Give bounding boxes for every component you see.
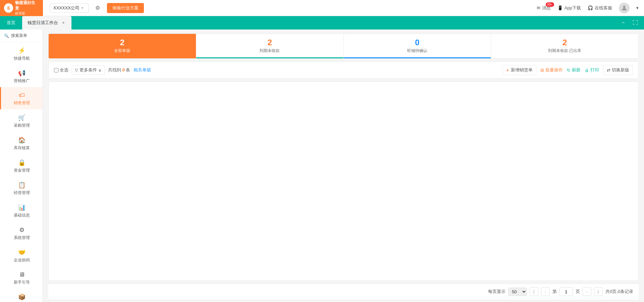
found-text: 共找到 0 条 bbox=[108, 67, 130, 73]
select-all-label: 全选 bbox=[60, 67, 68, 73]
sidebar-item-cooperation[interactable]: 🤝 企业协同 bbox=[0, 244, 43, 266]
sidebar-item-label: 营销推广 bbox=[14, 78, 30, 84]
stats-tab-pending[interactable]: 0 旺铺待确认 bbox=[344, 34, 491, 58]
quick-nav-icon: ⚡ bbox=[18, 47, 25, 54]
next-page-button[interactable]: › bbox=[583, 287, 591, 296]
sidebar: 🔍 搜索菜单 ⚡ 快捷导航 📢 营销推广 🏷 销售管理 🛒 采购管理 🏠 库存核… bbox=[0, 29, 43, 302]
sidebar-item-operation[interactable]: 📋 经营管理 bbox=[0, 177, 43, 199]
sidebar-item-system[interactable]: ⚙ 系统管理 bbox=[0, 222, 43, 244]
switch-new-version-button[interactable]: ⇄ 切换新版 bbox=[603, 65, 633, 75]
page-label: 第 bbox=[552, 289, 557, 295]
username-area[interactable]: ▾ bbox=[636, 5, 639, 10]
chevron-down-icon: ∨ bbox=[98, 68, 102, 73]
pagination-bar: 每页显示 50 100 ⟪ ‹ 第 页 › ⟫ 共0页,0条记录 bbox=[48, 284, 639, 299]
sidebar-item-purchase[interactable]: 🛒 采购管理 bbox=[0, 109, 43, 132]
tab-cashflow[interactable]: 钱货日清工作台 × bbox=[22, 16, 71, 29]
page-number-input[interactable] bbox=[559, 287, 573, 296]
sidebar-item-label: 采购管理 bbox=[14, 123, 30, 128]
last-page-button[interactable]: ⟫ bbox=[594, 287, 603, 296]
experience-button[interactable]: 体验行业方案 bbox=[107, 3, 144, 13]
stats-label-all: 全部单据 bbox=[114, 48, 130, 54]
related-link[interactable]: 相关单据 bbox=[133, 67, 151, 73]
finance-icon: 🔒 bbox=[18, 159, 25, 166]
marketing-icon: 📢 bbox=[18, 69, 25, 77]
per-page-label: 每页显示 bbox=[488, 289, 505, 295]
per-page-select[interactable]: 50 100 bbox=[508, 288, 527, 296]
refresh-button[interactable]: ↻ 刷新 bbox=[567, 67, 581, 73]
system-icon: ⚙ bbox=[19, 226, 24, 234]
stats-label-pending: 旺铺待确认 bbox=[407, 48, 427, 54]
sidebar-item-label: 系统管理 bbox=[14, 235, 30, 241]
stats-num-all: 2 bbox=[120, 39, 124, 47]
base-info-icon: 📊 bbox=[18, 204, 25, 211]
sidebar-item-guide[interactable]: 🖥 新手引导 bbox=[0, 266, 43, 289]
online-service-button[interactable]: 🎧 在线客服 bbox=[588, 5, 612, 11]
select-all-input[interactable] bbox=[54, 68, 58, 72]
logo-area[interactable]: 6 畅捷通好生意 标准版 bbox=[0, 0, 43, 16]
batch-icon: ⊞ bbox=[540, 68, 544, 73]
sidebar-item-label: 库存核算 bbox=[14, 145, 30, 151]
stats-num-overdue-shipped: 2 bbox=[562, 39, 567, 47]
avatar[interactable] bbox=[619, 3, 630, 13]
header-right: ✉ 消息 99+ 📱 App下载 🎧 在线客服 ▾ bbox=[537, 3, 639, 13]
filter-button[interactable]: ▽ 更多条件 ∨ bbox=[72, 65, 105, 75]
total-info: 共0页,0条记录 bbox=[605, 289, 633, 295]
expand-icon: ⛶ bbox=[633, 20, 638, 26]
sidebar-item-label: 销售管理 bbox=[14, 100, 30, 106]
minus-icon: − bbox=[622, 20, 625, 26]
settings-button[interactable]: ⚙ bbox=[92, 3, 103, 13]
logo-icon: 6 bbox=[4, 3, 13, 13]
toolbar-right: + 新增销货单 ⊞ 批量操作 ↻ 刷新 🖨 打印 ⇄ 切换新版 bbox=[502, 65, 633, 75]
stats-label-overdue: 到期未收款 bbox=[260, 48, 280, 54]
print-button[interactable]: 🖨 打印 bbox=[585, 67, 599, 73]
filter-icon: ▽ bbox=[75, 68, 78, 73]
tab-close-icon[interactable]: × bbox=[61, 20, 66, 25]
batch-operation-button[interactable]: ⊞ 批量操作 bbox=[540, 67, 563, 73]
batch-btn-label: 批量操作 bbox=[545, 67, 563, 73]
sidebar-item-finance[interactable]: 🔒 资金管理 bbox=[0, 154, 43, 177]
sidebar-item-quick-nav[interactable]: ⚡ 快捷导航 bbox=[0, 42, 43, 65]
message-button[interactable]: ✉ 消息 99+ bbox=[537, 5, 551, 11]
tab-expand-button[interactable]: ⛶ bbox=[631, 18, 640, 27]
sidebar-item-label: 经营管理 bbox=[14, 190, 30, 196]
app-download-button[interactable]: 📱 App下载 bbox=[557, 5, 581, 11]
page-suffix: 页 bbox=[576, 289, 580, 295]
company-selector[interactable]: XXXXXX公司 ▾ bbox=[50, 3, 89, 13]
prev-page-button[interactable]: ‹ bbox=[541, 287, 550, 296]
toolbar-left: 全选 ▽ 更多条件 ∨ 共找到 0 条 相关单据 bbox=[54, 65, 151, 75]
gear-icon: ⚙ bbox=[95, 5, 100, 11]
refresh-label: 刷新 bbox=[572, 67, 581, 73]
content-area: 2 全部单据 2 到期未收款 0 旺铺待确认 2 到期未收款 已出库 bbox=[43, 29, 644, 302]
tab-home[interactable]: 首页 bbox=[0, 16, 22, 29]
stats-tab-all[interactable]: 2 全部单据 bbox=[49, 34, 196, 58]
stats-num-pending: 0 bbox=[415, 39, 419, 47]
switch-icon: ⇄ bbox=[607, 68, 610, 73]
chevron-down-icon: ▾ bbox=[82, 6, 83, 10]
sidebar-item-marketing[interactable]: 📢 营销推广 bbox=[0, 65, 43, 87]
stats-tab-overdue[interactable]: 2 到期未收款 bbox=[196, 34, 344, 58]
refresh-icon: ↻ bbox=[567, 68, 571, 73]
stats-tab-overdue-shipped[interactable]: 2 到期未收款 已出库 bbox=[491, 34, 638, 58]
sidebar-item-app-center[interactable]: 📦 应用中心 bbox=[0, 289, 43, 302]
tab-home-label: 首页 bbox=[7, 20, 15, 26]
sidebar-item-sales[interactable]: 🏷 销售管理 bbox=[0, 87, 43, 109]
first-page-button[interactable]: ⟪ bbox=[530, 287, 538, 296]
tab-cashflow-label: 钱货日清工作台 bbox=[28, 20, 58, 26]
sidebar-item-base-info[interactable]: 📊 基础信息 bbox=[0, 199, 43, 222]
sidebar-search[interactable]: 🔍 搜索菜单 bbox=[0, 29, 43, 42]
sales-icon: 🏷 bbox=[19, 92, 25, 99]
sidebar-item-label: 企业协同 bbox=[14, 257, 30, 263]
sidebar-item-label: 基础信息 bbox=[14, 213, 30, 218]
stats-tabs: 2 全部单据 2 到期未收款 0 旺铺待确认 2 到期未收款 已出库 bbox=[48, 34, 639, 59]
logo-text: 畅捷通好生意 标准版 bbox=[15, 0, 39, 15]
add-sales-order-button[interactable]: + 新增销货单 bbox=[502, 65, 536, 75]
print-icon: 🖨 bbox=[585, 68, 589, 73]
plus-icon: + bbox=[506, 68, 509, 73]
tab-minimize-button[interactable]: − bbox=[619, 18, 628, 27]
sidebar-item-label: 资金管理 bbox=[14, 168, 30, 173]
inventory-icon: 🏠 bbox=[18, 136, 25, 144]
svg-point-0 bbox=[623, 6, 626, 8]
toolbar: 全选 ▽ 更多条件 ∨ 共找到 0 条 相关单据 + 新增销货单 bbox=[48, 61, 639, 79]
sidebar-item-inventory[interactable]: 🏠 库存核算 bbox=[0, 132, 43, 154]
select-all-checkbox[interactable]: 全选 bbox=[54, 67, 68, 73]
